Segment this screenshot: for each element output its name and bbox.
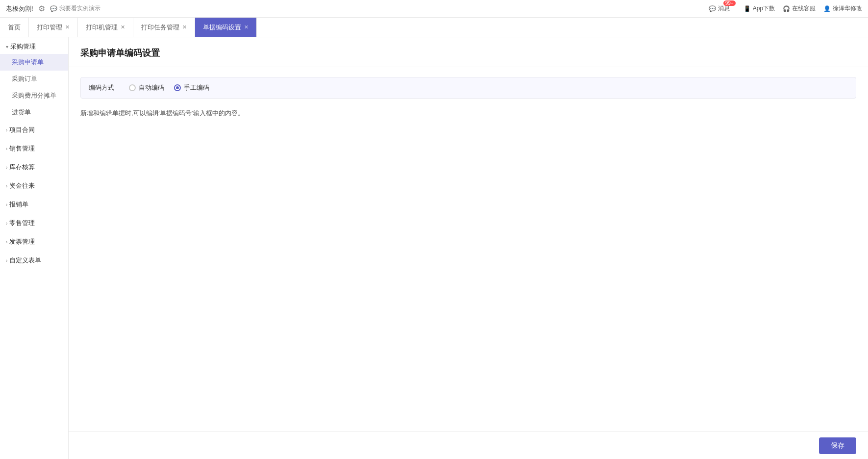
sidebar-item-inbound[interactable]: 进货单: [0, 104, 68, 121]
sidebar-group-custom-forms[interactable]: ›自定义表单: [0, 251, 68, 270]
page-header: 采购申请单编码设置: [69, 37, 868, 67]
tab-label: 首页: [8, 23, 21, 32]
sidebar-item-label: 采购订单: [12, 75, 37, 82]
demo-text: 我要看实例演示: [59, 4, 100, 13]
sidebar-group-label: 零售管理: [9, 219, 35, 228]
user-avatar-icon: 👤: [823, 5, 831, 12]
encoding-section: 编码方式 自动编码手工编码: [80, 77, 856, 99]
tab-print-mgmt[interactable]: 打印管理✕: [29, 18, 78, 37]
tab-label: 单据编码设置: [203, 23, 241, 32]
sidebar-item-label: 进货单: [12, 108, 31, 116]
sidebar-group-label: 发票管理: [9, 237, 35, 246]
brand-text: 老板勿割!: [6, 4, 33, 13]
user-name: 徐泽华修改: [833, 4, 862, 13]
bottom-bar: 保存: [69, 432, 868, 459]
app-download-button[interactable]: 📱 App下数: [744, 4, 775, 13]
message-button[interactable]: 💬 消息 99+: [709, 4, 730, 13]
save-button[interactable]: 保存: [819, 437, 856, 454]
tab-label: 打印机管理: [86, 23, 118, 32]
content-area: 采购申请单编码设置 编码方式 自动编码手工编码 新增和编辑单据时,可以编辑'单据…: [69, 37, 868, 459]
sidebar-group-capital[interactable]: ›资金往来: [0, 177, 68, 195]
radio-auto[interactable]: 自动编码: [129, 83, 164, 92]
sidebar-group-label: 销售管理: [9, 144, 35, 153]
sidebar-group-label: 项目合同: [9, 126, 35, 134]
sidebar-group-label: 采购管理: [10, 42, 36, 51]
radio-circle-manual: [174, 84, 181, 91]
message-badge: 99+: [723, 0, 736, 6]
page-body: 编码方式 自动编码手工编码 新增和编辑单据时,可以编辑'单据编码号'输入框中的内…: [69, 67, 868, 432]
tab-close-icon[interactable]: ✕: [65, 24, 70, 30]
user-menu[interactable]: 👤 徐泽华修改: [823, 4, 862, 13]
chevron-right-icon: ›: [6, 258, 7, 263]
demo-area[interactable]: 💬 我要看实例演示: [50, 4, 100, 13]
sidebar-group-retail-mgmt[interactable]: ›零售管理: [0, 214, 68, 232]
sidebar-group-invoice-mgmt[interactable]: ›发票管理: [0, 232, 68, 251]
headset-icon: 🎧: [783, 5, 790, 12]
sidebar-group-label: 自定义表单: [9, 256, 41, 265]
chevron-right-icon: ›: [6, 146, 7, 152]
message-icon: 💬: [709, 5, 716, 12]
sidebar: ▾采购管理采购申请单采购订单采购费用分摊单进货单›项目合同›销售管理›库存核算›…: [0, 37, 69, 459]
chevron-down-icon: ▾: [6, 44, 8, 50]
tab-close-icon[interactable]: ✕: [121, 24, 125, 30]
tab-close-icon[interactable]: ✕: [182, 24, 187, 30]
sidebar-group-inventory[interactable]: ›库存核算: [0, 158, 68, 177]
app-icon: 📱: [744, 5, 751, 12]
demo-icon: 💬: [50, 5, 57, 12]
top-bar: 老板勿割! ⚙ 💬 我要看实例演示 💬 消息 99+ 📱 App下数 🎧 在线客…: [0, 0, 868, 18]
service-label: 在线客服: [792, 4, 816, 13]
top-bar-right: 💬 消息 99+ 📱 App下数 🎧 在线客服 👤 徐泽华修改: [709, 4, 862, 13]
settings-icon[interactable]: ⚙: [38, 4, 45, 13]
tab-single-code[interactable]: 单据编码设置✕: [195, 18, 257, 37]
page-title: 采购申请单编码设置: [80, 47, 856, 59]
radio-manual[interactable]: 手工编码: [174, 83, 209, 92]
chevron-right-icon: ›: [6, 239, 7, 245]
sidebar-group-label: 资金往来: [9, 181, 35, 190]
sidebar-item-label: 采购申请单: [12, 58, 44, 66]
tab-bar: 首页打印管理✕打印机管理✕打印任务管理✕单据编码设置✕: [0, 18, 868, 37]
sidebar-group-sales-mgmt[interactable]: ›销售管理: [0, 139, 68, 158]
tab-print-task[interactable]: 打印任务管理✕: [133, 18, 195, 37]
hint-text: 新增和编辑单据时,可以编辑'单据编码号'输入框中的内容。: [80, 108, 856, 119]
encoding-radio-group: 自动编码手工编码: [129, 83, 209, 92]
chevron-right-icon: ›: [6, 221, 7, 226]
sidebar-item-purchase-order[interactable]: 采购订单: [0, 71, 68, 87]
encoding-label: 编码方式: [89, 83, 114, 92]
sidebar-item-label: 采购费用分摊单: [12, 92, 56, 99]
top-bar-left: 老板勿割! ⚙ 💬 我要看实例演示: [6, 4, 100, 13]
chevron-right-icon: ›: [6, 183, 7, 189]
sidebar-item-purchase-expense[interactable]: 采购费用分摊单: [0, 87, 68, 104]
radio-label-auto: 自动编码: [139, 83, 164, 92]
app-label: App下数: [753, 4, 775, 13]
tab-printer-mgmt[interactable]: 打印机管理✕: [78, 18, 133, 37]
chevron-right-icon: ›: [6, 128, 7, 133]
tab-close-icon[interactable]: ✕: [244, 24, 248, 30]
chevron-right-icon: ›: [6, 202, 7, 207]
main-layout: ▾采购管理采购申请单采购订单采购费用分摊单进货单›项目合同›销售管理›库存核算›…: [0, 37, 868, 459]
chevron-right-icon: ›: [6, 165, 7, 170]
tab-label: 打印管理: [37, 23, 62, 32]
sidebar-group-label: 报销单: [9, 200, 28, 209]
sidebar-group-project-contract[interactable]: ›项目合同: [0, 121, 68, 139]
sidebar-group-returns[interactable]: ›报销单: [0, 195, 68, 214]
radio-label-manual: 手工编码: [184, 83, 209, 92]
online-service-button[interactable]: 🎧 在线客服: [783, 4, 816, 13]
sidebar-group-label: 库存核算: [9, 163, 35, 172]
radio-circle-auto: [129, 84, 136, 91]
tab-label: 打印任务管理: [141, 23, 179, 32]
sidebar-group-purchase[interactable]: ▾采购管理: [0, 37, 68, 54]
tab-home[interactable]: 首页: [0, 18, 29, 37]
sidebar-item-purchase-request[interactable]: 采购申请单: [0, 54, 68, 71]
